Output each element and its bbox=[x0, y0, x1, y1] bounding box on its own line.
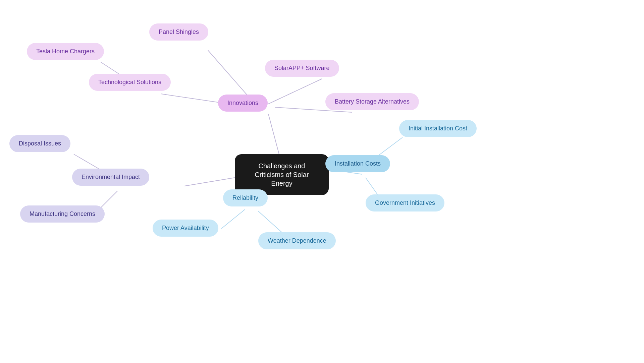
weather-dependence-node[interactable]: Weather Dependence bbox=[258, 232, 336, 249]
tesla-home-chargers-node[interactable]: Tesla Home Chargers bbox=[27, 43, 104, 60]
power-availability-node[interactable]: Power Availability bbox=[153, 220, 218, 237]
svg-line-13 bbox=[221, 209, 245, 229]
solarapp-software-node[interactable]: SolarAPP+ Software bbox=[265, 60, 339, 77]
mindmap-container: Challenges and Criticisms of Solar Energ… bbox=[0, 0, 644, 363]
svg-line-6 bbox=[184, 178, 235, 186]
government-initiatives-node[interactable]: Government Initiatives bbox=[366, 194, 444, 211]
reliability-node[interactable]: Reliability bbox=[223, 189, 268, 206]
manufacturing-concerns-node[interactable]: Manufacturing Concerns bbox=[20, 205, 105, 223]
initial-installation-cost-node[interactable]: Initial Installation Cost bbox=[399, 120, 477, 137]
installation-costs-node[interactable]: Installation Costs bbox=[325, 155, 390, 172]
center-node[interactable]: Challenges and Criticisms of Solar Energ… bbox=[235, 154, 329, 195]
technological-solutions-node[interactable]: Technological Solutions bbox=[89, 74, 171, 91]
environmental-impact-node[interactable]: Environmental Impact bbox=[72, 169, 149, 186]
svg-line-3 bbox=[268, 79, 322, 104]
battery-storage-node[interactable]: Battery Storage Alternatives bbox=[325, 93, 419, 110]
panel-shingles-node[interactable]: Panel Shingles bbox=[149, 23, 208, 41]
innovations-node[interactable]: Innovations bbox=[218, 95, 268, 112]
disposal-issues-node[interactable]: Disposal Issues bbox=[9, 135, 70, 152]
